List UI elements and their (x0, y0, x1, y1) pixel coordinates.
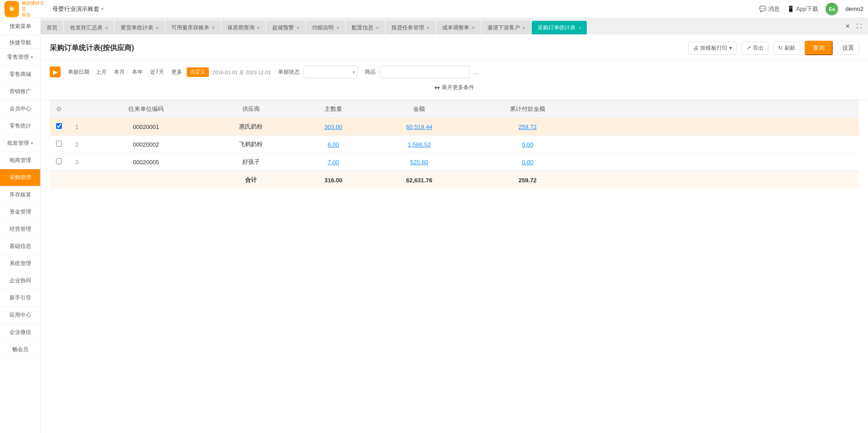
row-paid: 0.00 (467, 136, 588, 153)
table-row[interactable]: 1 00020001 惠氏奶粉 303.00 60,519.44 259.72 (50, 118, 859, 136)
footer-quantity: 316.00 (296, 171, 371, 189)
more-options-icon[interactable]: ... (473, 68, 479, 76)
sidebar-item-wholesale-mgmt[interactable]: 批发管理 ▾ (0, 135, 40, 152)
top-bar: 畅 畅捷通好生意 标版 母婴行业演示账套 ▾ 💬 消息 📱 App下载 Ea d… (0, 0, 868, 18)
sidebar-quick-nav[interactable]: 快捷导航 (0, 35, 40, 49)
page-content: 采购订单统计表(按供应商) 🖨 按模板打印 ▾ ↗ 导出 ↻ 刷新 (41, 34, 868, 433)
tab-close-icon[interactable]: × (427, 25, 429, 30)
row-num: 1 (68, 118, 86, 136)
table-row[interactable]: 3 00020005 好孩子 7.00 525.80 0.00 (50, 153, 859, 171)
logo-area: 畅 畅捷通好生意 标版 (5, 0, 45, 18)
footer-paid: 259.72 (467, 171, 588, 189)
row-checkbox[interactable] (56, 158, 62, 164)
tab-keyongliang[interactable]: 可用量库存账本 × (165, 21, 221, 34)
sidebar-item-enterprise-coop[interactable]: 企业协同 (0, 272, 40, 290)
sidebar-item-enterprise-wechat[interactable]: 企业微信 (0, 324, 40, 341)
tab-close-icon[interactable]: × (578, 25, 581, 30)
sidebar-item-member-plus[interactable]: 畅会员 (0, 341, 40, 358)
tab-caigoudingtantongji[interactable]: 采购订单统计表 × (532, 21, 587, 34)
filter-toggle-button[interactable]: ▶ (50, 67, 61, 77)
sidebar-item-membership[interactable]: 会员中心 (0, 100, 40, 118)
workspace-chevron-icon: ▾ (101, 6, 104, 11)
footer-label: 合计 (206, 171, 296, 189)
tab-close-icon[interactable]: × (472, 25, 475, 30)
sidebar-item-marketing[interactable]: 营销推广 (0, 83, 40, 100)
status-filter-label: 单据状态 (278, 68, 300, 76)
tab-close-icon[interactable]: × (523, 25, 525, 30)
tab-yaohuodantongjibiao[interactable]: 要货单统计表 × (115, 21, 165, 34)
logo-text: 畅捷通好生意 标版 (22, 0, 46, 18)
tab-peizhixinxi[interactable]: 配置信息 × (346, 21, 385, 34)
footer-check (50, 171, 68, 189)
app-download-action[interactable]: 📱 App下载 (787, 5, 818, 13)
settings-button[interactable]: 设置 (837, 41, 859, 55)
sidebar-item-retail-mall[interactable]: 零售商城 (0, 66, 40, 83)
tab-home[interactable]: 首页 (41, 21, 63, 34)
filter-area: ▶ 单据日期 上月 本月 本年 近7天 更多 自定义 20 (41, 60, 868, 100)
expand-more-button[interactable]: ▾▾ 展开更多条件 (50, 81, 859, 94)
date-option-more[interactable]: 更多 (169, 67, 185, 77)
sidebar-item-inventory[interactable]: 库存核算 (0, 186, 40, 204)
user-name[interactable]: demo2 (845, 5, 863, 12)
row-code: 00020001 (86, 118, 206, 136)
date-custom-badge[interactable]: 自定义 (187, 67, 209, 77)
row-check[interactable] (50, 136, 68, 153)
row-supplier: 惠氏奶粉 (206, 118, 296, 136)
date-option-7days[interactable]: 近7天 (147, 67, 167, 77)
tab-shoufahuizhong[interactable]: 收发存汇总表 × (64, 21, 114, 34)
tab-yaoqingxiayou[interactable]: 邀请下游客户 × (481, 21, 531, 34)
goods-filter-group: 商品 ... (365, 66, 479, 78)
print-button[interactable]: 🖨 按模板打印 ▾ (688, 42, 737, 55)
refresh-button[interactable]: ↻ 刷新 (773, 42, 800, 55)
tab-close-icon[interactable]: × (105, 25, 108, 30)
sidebar-item-ecommerce[interactable]: 电商管理 (0, 152, 40, 169)
settings-icon[interactable]: ⚙ (56, 105, 62, 113)
status-select[interactable] (303, 66, 358, 78)
row-extra (588, 153, 859, 171)
tab-gongnengshoming[interactable]: 功能说明 × (306, 21, 345, 34)
tab-tuohuorenwu[interactable]: 拣货任务管理 × (386, 21, 435, 34)
footer-amount: 62,631.76 (371, 171, 467, 189)
sidebar-item-purchase-mgmt[interactable]: 采购管理 (0, 169, 40, 186)
sidebar-item-retail-mgmt[interactable]: 零售管理 ▾ (0, 49, 40, 66)
sidebar-item-retail-stats[interactable]: 零售统计 (0, 118, 40, 135)
tab-close-all-icon[interactable]: ✕ (844, 22, 852, 30)
date-option-last-month[interactable]: 上月 (93, 67, 109, 77)
goods-input[interactable] (379, 66, 470, 78)
tab-close-icon[interactable]: × (257, 25, 260, 30)
tab-baoyuqi[interactable]: 保质期查询 × (222, 21, 266, 34)
date-option-this-year[interactable]: 本年 (129, 67, 146, 77)
message-action[interactable]: 💬 消息 (759, 5, 780, 13)
table-header-code: 往来单位编码 (86, 100, 206, 118)
row-checkbox[interactable] (56, 141, 62, 147)
tab-maximize-icon[interactable]: ⛶ (854, 22, 863, 30)
export-button[interactable]: ↗ 导出 (741, 42, 769, 55)
chevron-down-icon: ▾ (31, 55, 33, 60)
tab-close-icon[interactable]: × (297, 25, 299, 30)
tab-close-icon[interactable]: × (156, 25, 159, 30)
row-check[interactable] (50, 153, 68, 171)
tab-chengbendiaozheng[interactable]: 成本调整单 × (436, 21, 481, 34)
sidebar-item-app-center[interactable]: 应用中心 (0, 307, 40, 324)
sidebar-search[interactable]: 搜索菜单 (0, 18, 40, 35)
row-check[interactable] (50, 118, 68, 136)
tab-close-icon[interactable]: × (376, 25, 379, 30)
sidebar-item-operations[interactable]: 经营管理 (0, 221, 40, 238)
sidebar-item-system-mgmt[interactable]: 系统管理 (0, 255, 40, 272)
row-paid: 259.72 (467, 118, 588, 136)
table-row[interactable]: 2 00020002 飞鹤奶粉 6.00 1,586.52 0.00 (50, 136, 859, 153)
tab-close-icon[interactable]: × (212, 25, 215, 30)
tab-close-icon[interactable]: × (336, 25, 339, 30)
sidebar-item-basic-info[interactable]: 基础信息 (0, 238, 40, 255)
table-header-settings[interactable]: ⚙ (50, 100, 68, 118)
table-header-num (68, 100, 86, 118)
tab-chaochuyujing[interactable]: 超储预警 × (266, 21, 305, 34)
query-button[interactable]: 查询 (805, 41, 833, 55)
sidebar-item-finance[interactable]: 资金管理 (0, 204, 40, 221)
date-option-this-month[interactable]: 本月 (111, 67, 127, 77)
row-checkbox[interactable] (56, 123, 62, 129)
logo-icon: 畅 (5, 1, 19, 17)
workspace-selector[interactable]: 母婴行业演示账套 ▾ (49, 3, 107, 15)
sidebar-item-new-user[interactable]: 新手引导 (0, 290, 40, 307)
footer-extra (588, 171, 859, 189)
